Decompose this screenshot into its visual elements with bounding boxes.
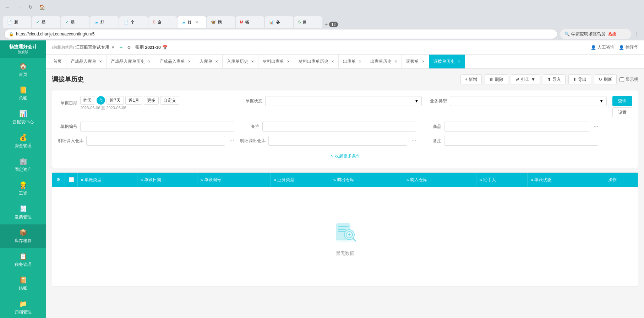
remark-input[interactable] xyxy=(262,122,416,132)
sidebar-item-tax[interactable]: 📋 税务管理 xyxy=(0,248,46,272)
page-tab-10[interactable]: 调拨单 ✕ xyxy=(402,55,429,69)
page-tab-11[interactable]: 调拨单历史 ✕ xyxy=(429,55,465,69)
page-tab-6[interactable]: 材料出库单 ✕ xyxy=(258,55,294,69)
page-tab-3[interactable]: 产成品入库单 ✕ xyxy=(155,55,195,69)
sidebar-item-assets[interactable]: 🏢 固定资产 xyxy=(0,153,46,177)
goods-input[interactable] xyxy=(444,122,589,132)
detail-in-more-btn[interactable]: ··· xyxy=(229,138,234,144)
support-btn[interactable]: 👤 人工咨询 xyxy=(591,44,615,50)
status-select[interactable]: ▼ xyxy=(265,96,422,106)
sidebar-item-closing[interactable]: 📔 结账 xyxy=(0,272,46,296)
date-btn-yesterday[interactable]: 昨天 xyxy=(80,96,95,105)
browser-tab-5[interactable]: 📄 个 xyxy=(119,16,148,28)
sidebar-item-inventory[interactable]: 📦 库存核算 xyxy=(0,224,46,248)
browser-tab-8[interactable]: 🦋 腾 xyxy=(207,16,235,28)
sidebar-item-funds[interactable]: 💰 资金管理 xyxy=(0,129,46,153)
page-tab-7[interactable]: 材料出库单历史 ✕ xyxy=(294,55,339,69)
query-btn[interactable]: 查询 xyxy=(612,96,632,106)
new-btn[interactable]: + 新增 xyxy=(460,74,482,84)
tab-close-8[interactable]: ✕ xyxy=(359,60,361,63)
delete-btn[interactable]: 🗑 删除 xyxy=(485,74,508,84)
tab-close-4[interactable]: ✕ xyxy=(215,60,218,63)
sidebar-item-invoice[interactable]: 🧾 发票管理 xyxy=(0,201,46,224)
sidebar-item-wages[interactable]: 👷 工资 xyxy=(0,177,46,201)
browser-tab-2[interactable]: ✔ 易 xyxy=(32,16,60,28)
sidebar-item-reports[interactable]: 📊 云报表中心 xyxy=(0,106,46,129)
browser-tab-1[interactable]: 📄 新 xyxy=(3,16,31,28)
sidebar-item-ledger[interactable]: 📒 总账 xyxy=(0,82,46,106)
sidebar-logo[interactable]: 畅捷通好会计 旗舰版 xyxy=(0,40,46,58)
collapse-bar[interactable]: ∧ 收起更多条件 xyxy=(58,150,632,162)
import-btn[interactable]: ⬆ 导入 xyxy=(543,74,566,84)
user-btn[interactable]: 👤 徐泽华 xyxy=(619,44,638,50)
th-settings[interactable]: ⚙ xyxy=(52,173,65,187)
select-all-checkbox[interactable] xyxy=(69,177,74,182)
goods-more-btn[interactable]: ··· xyxy=(594,123,598,130)
th-check[interactable] xyxy=(65,173,78,187)
tab-close-1[interactable]: ✕ xyxy=(99,60,102,63)
th-doc-date[interactable]: ⇅ 单账日期 xyxy=(137,173,197,187)
th-in-warehouse[interactable]: ⇅ 调入仓库 xyxy=(403,173,476,187)
display-checkbox[interactable] xyxy=(620,77,624,82)
refresh-btn[interactable]: ↻ 刷新 xyxy=(594,74,617,84)
remark2-input[interactable] xyxy=(444,136,598,146)
date-btn-custom[interactable]: 自定义 xyxy=(160,96,179,105)
tab-close-6[interactable]: ✕ xyxy=(287,60,290,63)
browser-tab-3[interactable]: ✔ 易 xyxy=(61,16,89,28)
gear-icon[interactable]: ⚙ xyxy=(127,45,131,50)
biz-type-select[interactable]: ▼ xyxy=(450,96,607,106)
sidebar-item-archive[interactable]: 📁 归档管理 xyxy=(0,296,46,318)
home-btn[interactable]: 🏠 xyxy=(37,2,47,12)
page-tab-4[interactable]: 入库单 ✕ xyxy=(195,55,223,69)
th-doc-status[interactable]: ⇅ 单账状态 xyxy=(528,173,587,187)
browser-tab-10[interactable]: 📊 各 xyxy=(265,16,293,28)
th-doc-type[interactable]: ⇅ 单账类型 xyxy=(78,173,137,187)
add-company-btn[interactable]: + xyxy=(119,44,122,51)
browser-tab-4[interactable]: ☁ 好 xyxy=(90,16,119,28)
browser-tab-6[interactable]: C 企 xyxy=(148,16,177,28)
th-doc-no[interactable]: ⇅ 单账编号 xyxy=(197,173,271,187)
page-tab-5[interactable]: 入库单历史 ✕ xyxy=(223,55,258,69)
docno-input[interactable] xyxy=(80,122,234,132)
date-btn-7days[interactable]: 近7天 xyxy=(107,96,124,105)
setting-btn[interactable]: 设置 xyxy=(612,107,632,117)
page-tab-9[interactable]: 出库单历史 ✕ xyxy=(366,55,402,69)
forward-btn[interactable]: → xyxy=(14,2,24,12)
refresh-icon: ↻ xyxy=(599,77,602,82)
export-btn[interactable]: ⬇ 导出 xyxy=(568,74,591,84)
th-out-warehouse[interactable]: ⇅ 调出仓库 xyxy=(330,173,403,187)
detail-out-input[interactable] xyxy=(268,136,407,146)
tab-close-10[interactable]: ✕ xyxy=(422,60,425,63)
browser-tab-9[interactable]: M 畅 xyxy=(236,16,264,28)
browser-tab-7[interactable]: ☁ 好 ✕ xyxy=(178,16,206,28)
logo-sub: 旗舰版 xyxy=(18,50,28,55)
tab-close-9[interactable]: ✕ xyxy=(394,60,397,63)
tab-close-11[interactable]: ✕ xyxy=(458,60,460,63)
company-selector[interactable]: (勿删勿禁用) 江西服宝测试专用 ▼ xyxy=(52,44,115,50)
page-tab-home[interactable]: 首页 xyxy=(49,55,66,69)
date-btn-today[interactable]: 今 xyxy=(97,96,105,105)
address-bar[interactable]: 🔒 https://cloud.chanjet.com/accounting/u… xyxy=(4,29,557,39)
detail-in-input[interactable] xyxy=(86,136,225,146)
th-handler[interactable]: ⇅ 经手人 xyxy=(476,173,527,187)
browser-menu-btn[interactable]: ⋮ xyxy=(634,31,640,38)
tab-close-2[interactable]: ✕ xyxy=(148,60,151,63)
back-btn[interactable]: ← xyxy=(3,2,13,12)
period-selector[interactable]: 账期 2021-10 📅 xyxy=(135,44,168,50)
th-biz-type[interactable]: ⇅ 业务类型 xyxy=(271,173,330,187)
date-btn-more[interactable]: 更多 xyxy=(144,96,159,105)
detail-out-more-btn[interactable]: ··· xyxy=(411,138,416,144)
tab-close-3[interactable]: ✕ xyxy=(188,60,191,63)
browser-tab-11[interactable]: S 目 xyxy=(294,16,322,28)
print-btn[interactable]: 🖨 打印 ▼ xyxy=(511,74,540,84)
new-tab-btn[interactable]: + xyxy=(324,21,328,28)
page-tab-2[interactable]: 产成品入库单历史 ✕ xyxy=(107,55,155,69)
tab-close-7[interactable]: ✕ xyxy=(195,20,198,24)
sidebar-item-home[interactable]: 🏠 首页 xyxy=(0,58,46,82)
page-tab-8[interactable]: 出库单 ✕ xyxy=(339,55,366,69)
tab-close-7[interactable]: ✕ xyxy=(331,60,334,63)
refresh-btn[interactable]: ↻ xyxy=(26,2,36,12)
tab-close-5[interactable]: ✕ xyxy=(251,60,254,63)
page-tab-1[interactable]: 产成品入库单 ✕ xyxy=(66,55,107,69)
date-btn-1month[interactable]: 近1月 xyxy=(125,96,143,105)
